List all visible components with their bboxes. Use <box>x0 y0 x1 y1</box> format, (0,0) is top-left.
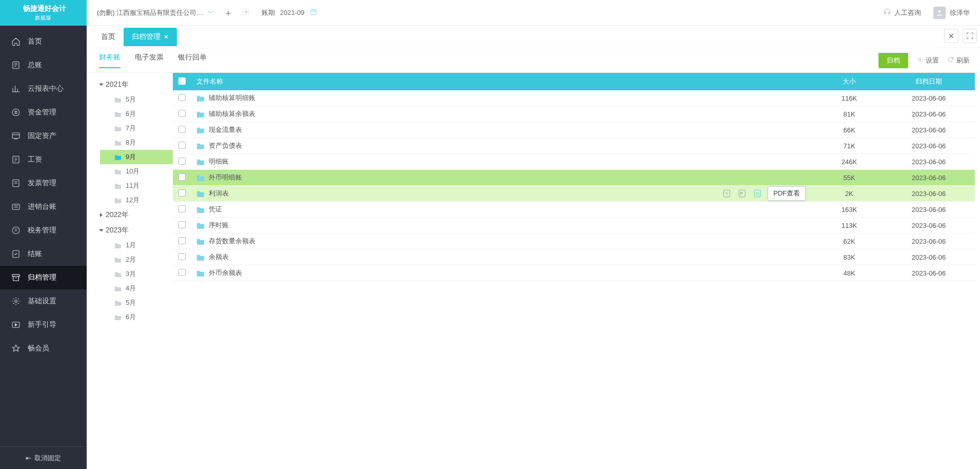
nav-item-archive[interactable]: 归档管理 <box>0 266 87 289</box>
funds-icon <box>11 108 21 117</box>
add-icon[interactable]: ＋ <box>224 7 233 19</box>
headset-icon <box>883 8 891 17</box>
name-cell: 序时账 <box>191 218 816 233</box>
tree-month[interactable]: 3月 <box>100 267 173 281</box>
unpin-button[interactable]: ⇤ 取消固定 <box>0 446 87 469</box>
tree-month[interactable]: 6月 <box>100 107 173 121</box>
excel-download-icon[interactable] <box>722 188 732 199</box>
tree-month[interactable]: 2月 <box>100 252 173 267</box>
row-checkbox[interactable] <box>178 253 186 260</box>
nav-label: 资金管理 <box>28 108 56 117</box>
page-tab-home[interactable]: 首页 <box>93 28 124 46</box>
table-row[interactable]: 资产负债表71K2023-06-06 <box>173 138 975 154</box>
tree-month[interactable]: 12月 <box>100 193 173 207</box>
table-row[interactable]: 辅助核算明细账116K2023-06-06 <box>173 90 975 106</box>
nav-item-guide[interactable]: 新手引导 <box>0 313 87 337</box>
nav-item-ledger[interactable]: 总账 <box>0 53 87 77</box>
row-checkbox[interactable] <box>178 126 186 133</box>
tree-month[interactable]: 7月 <box>100 121 173 135</box>
month-label: 3月 <box>126 269 136 279</box>
tree-month[interactable]: 11月 <box>100 179 173 193</box>
table-row[interactable]: 序时账113K2023-06-06 <box>173 218 975 233</box>
table-row[interactable]: 外币余额表48K2023-06-06 <box>173 265 975 281</box>
tree-month[interactable]: 1月 <box>100 238 173 252</box>
help-label: 人工咨询 <box>894 8 921 17</box>
avatar <box>933 7 946 19</box>
pdf-view-icon[interactable] <box>752 188 763 199</box>
sub-tab-bank[interactable]: 银行回单 <box>178 53 207 68</box>
close-icon[interactable]: ✕ <box>164 33 169 41</box>
table-row[interactable]: 明细账246K2023-06-06 <box>173 154 975 170</box>
page-tab-archive[interactable]: 归档管理✕ <box>124 28 177 46</box>
fullscreen-button[interactable]: ⛶ <box>963 29 977 43</box>
sub-tab-fin[interactable]: 财务账 <box>99 53 121 68</box>
svg-rect-18 <box>754 190 761 197</box>
archive-button[interactable]: 归档 <box>878 53 908 68</box>
tree-month[interactable]: 5月 <box>100 92 173 107</box>
period-selector[interactable]: 账期 2021-09 <box>262 8 317 17</box>
row-checkbox[interactable] <box>178 269 186 276</box>
ledger-icon <box>11 61 21 70</box>
svg-rect-3 <box>12 133 19 139</box>
table-row[interactable]: 辅助核算余额表81K2023-06-06 <box>173 106 975 122</box>
refresh-button[interactable]: 刷新 <box>947 56 970 65</box>
tree-year[interactable]: 2023年 <box>100 223 173 238</box>
row-checkbox[interactable] <box>178 221 186 228</box>
sub-tab-einv[interactable]: 电子发票 <box>135 53 164 68</box>
nav-item-psi[interactable]: 进销台账 <box>0 195 87 219</box>
nav-item-settings[interactable]: 基础设置 <box>0 289 87 313</box>
nav-label: 进销台账 <box>28 202 56 211</box>
help-button[interactable]: 人工咨询 <box>883 8 921 17</box>
row-checkbox[interactable] <box>178 142 186 149</box>
table-row[interactable]: 存货数量余额表62K2023-06-06 <box>173 233 975 249</box>
table-row[interactable]: 利润表PDF查看2K2023-06-06 <box>173 186 975 202</box>
nav-item-member[interactable]: 畅会员 <box>0 337 87 360</box>
row-checkbox[interactable] <box>178 94 186 101</box>
row-checkbox[interactable] <box>178 237 186 244</box>
row-checkbox[interactable] <box>178 205 186 212</box>
row-checkbox[interactable] <box>178 110 186 117</box>
nav-item-assets[interactable]: 固定资产 <box>0 124 87 148</box>
table-row[interactable]: 凭证163K2023-06-06 <box>173 202 975 218</box>
tree-year[interactable]: 2021年 <box>100 77 173 92</box>
table-row[interactable]: 外币明细账55K2023-06-06 <box>173 170 975 186</box>
folder-icon <box>196 126 205 133</box>
nav-item-reports[interactable]: 云报表中心 <box>0 77 87 101</box>
nav-item-close[interactable]: 结账 <box>0 242 87 266</box>
user-menu[interactable]: 徐泽华 <box>933 7 970 19</box>
folder-icon <box>114 242 122 248</box>
nav-item-funds[interactable]: 资金管理 <box>0 101 87 124</box>
file-name: 凭证 <box>209 205 222 214</box>
row-checkbox[interactable] <box>178 158 186 165</box>
size-cell: 62K <box>816 233 883 249</box>
logo-edition: 旗舰版 <box>35 14 52 22</box>
table-row[interactable]: 现金流量表66K2023-06-06 <box>173 122 975 138</box>
tree-month[interactable]: 5月 <box>100 296 173 310</box>
pdf-download-icon[interactable] <box>737 188 747 199</box>
nav-item-home[interactable]: 首页 <box>0 30 87 53</box>
refresh-icon <box>947 56 954 65</box>
row-checkbox[interactable] <box>178 189 186 197</box>
gear-icon[interactable] <box>242 8 250 17</box>
tree-month[interactable]: 9月 <box>100 150 173 164</box>
folder-icon <box>196 238 205 245</box>
tree-year[interactable]: 2022年 <box>100 207 173 223</box>
close-tab-button[interactable]: ✕ <box>944 29 958 43</box>
svg-point-14 <box>938 10 941 12</box>
nav-item-invoice[interactable]: 发票管理 <box>0 171 87 195</box>
company-selector[interactable]: (勿删) 江西服宝精品有限责任公司 (... ﹀ <box>97 8 214 17</box>
tree-month[interactable]: 8月 <box>100 135 173 150</box>
folder-icon <box>114 140 122 146</box>
nav-label: 固定资产 <box>28 131 56 141</box>
size-cell: 113K <box>816 218 883 233</box>
name-cell: 外币明细账 <box>191 170 816 186</box>
tree-month[interactable]: 6月 <box>100 310 173 324</box>
settings-button[interactable]: 设置 <box>916 56 939 65</box>
tree-month[interactable]: 10月 <box>100 164 173 179</box>
table-row[interactable]: 余额表83K2023-06-06 <box>173 249 975 265</box>
nav-item-tax[interactable]: 税务管理 <box>0 219 87 242</box>
nav-item-salary[interactable]: 工资 <box>0 148 87 171</box>
row-checkbox[interactable] <box>178 173 186 181</box>
select-all-checkbox[interactable] <box>178 77 186 85</box>
tree-month[interactable]: 4月 <box>100 281 173 296</box>
